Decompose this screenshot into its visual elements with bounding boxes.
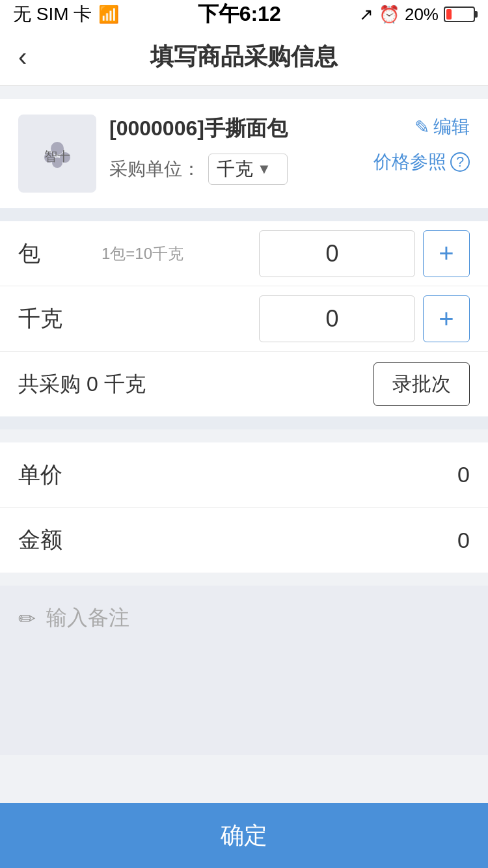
product-actions: ✎ 编辑 价格参照 ?	[373, 115, 470, 174]
battery-percent: 20%	[405, 5, 439, 25]
price-ref-label: 价格参照	[373, 150, 446, 174]
alarm-icon: ⏰	[379, 5, 400, 25]
price-reference-button[interactable]: 价格参照 ?	[373, 150, 470, 174]
separator-2	[0, 416, 488, 429]
info-icon: ?	[450, 152, 470, 172]
product-info: [0000006]手撕面包 采购单位： 千克 ▼	[109, 115, 360, 185]
amount-label: 金额	[18, 525, 62, 555]
notes-section[interactable]: ✏ 输入备注	[0, 586, 488, 755]
chevron-down-icon: ▼	[257, 161, 271, 178]
back-button[interactable]: ‹	[18, 42, 27, 72]
summary-suffix: 千克	[104, 372, 146, 396]
amount-row: 金额 0	[0, 508, 488, 573]
status-left: 无 SIM 卡 📶	[13, 2, 119, 27]
battery-icon	[444, 7, 475, 22]
product-unit-row: 采购单位： 千克 ▼	[109, 154, 360, 185]
summary-text: 共采购 0 千克	[18, 370, 146, 399]
unit-value: 千克	[217, 157, 253, 182]
confirm-bar[interactable]: 确定	[0, 803, 488, 868]
quantity-section: 包 1包=10千克 + 千克 +	[0, 221, 488, 351]
product-card: 智十 [0000006]手撕面包 采购单位： 千克 ▼ ✎ 编辑 价格参照 ?	[0, 99, 488, 208]
unit-price-value: 0	[457, 462, 470, 487]
status-right: ↗ ⏰ 20%	[359, 5, 475, 25]
bao-plus-button[interactable]: +	[423, 230, 470, 277]
unit-price-label: 单价	[18, 460, 62, 490]
nav-bar: ‹ 填写商品采购信息	[0, 29, 488, 86]
price-section: 单价 0 金额 0	[0, 442, 488, 573]
record-batch-button[interactable]: 录批次	[373, 362, 470, 406]
edit-icon: ✎	[414, 116, 429, 138]
location-icon: ↗	[359, 5, 373, 25]
unit-label: 采购单位：	[109, 157, 200, 182]
wifi-icon: 📶	[98, 5, 119, 25]
unit-price-row: 单价 0	[0, 442, 488, 508]
bao-quantity-input[interactable]	[259, 230, 415, 277]
bao-input-row: 包 1包=10千克 +	[0, 221, 488, 286]
bao-label: 包	[18, 239, 96, 269]
time-display: 下午6:12	[198, 0, 281, 29]
product-name: [0000006]手撕面包	[109, 115, 360, 143]
confirm-button[interactable]: 确定	[221, 820, 267, 852]
bao-sublabel: 1包=10千克	[102, 243, 183, 264]
status-bar: 无 SIM 卡 📶 下午6:12 ↗ ⏰ 20%	[0, 0, 488, 29]
product-thumbnail: 智十	[18, 115, 96, 193]
kg-label: 千克	[18, 304, 96, 334]
kg-input-row: 千克 +	[0, 286, 488, 351]
unit-select[interactable]: 千克 ▼	[208, 154, 288, 185]
kg-quantity-input[interactable]	[259, 295, 415, 342]
notes-placeholder: 输入备注	[46, 604, 129, 632]
amount-value: 0	[457, 528, 470, 553]
summary-amount: 0	[87, 372, 98, 396]
edit-button[interactable]: ✎ 编辑	[414, 115, 470, 139]
page-title: 填写商品采购信息	[150, 41, 338, 73]
summary-prefix: 共采购	[18, 372, 81, 396]
kg-plus-button[interactable]: +	[423, 295, 470, 342]
battery-fill	[446, 9, 452, 20]
separator-1	[0, 208, 488, 221]
pencil-icon: ✏	[18, 606, 36, 631]
carrier-text: 无 SIM 卡	[13, 2, 92, 27]
summary-row: 共采购 0 千克 录批次	[0, 351, 488, 416]
